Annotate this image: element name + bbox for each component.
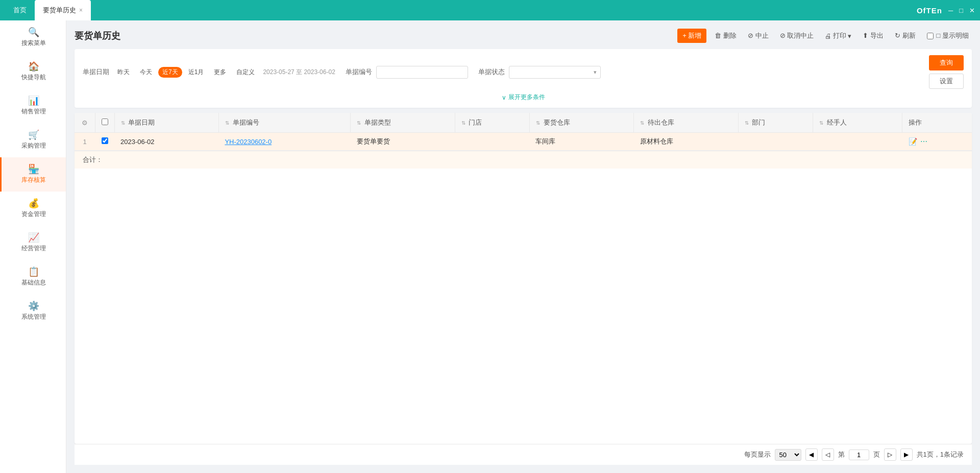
sidebar-item-system[interactable]: ⚙️ 系统管理	[0, 294, 66, 328]
th-doc-type[interactable]: 单据类型	[351, 113, 455, 133]
print-dropdown-icon: ▾	[848, 32, 851, 40]
cell-handler	[813, 133, 902, 151]
page-number-input[interactable]	[849, 450, 869, 460]
sidebar-label-purchase: 采购管理	[21, 141, 46, 150]
refresh-button[interactable]: ↻ 刷新	[892, 29, 919, 42]
date-range-text: 2023-05-27 至 2023-06-02	[263, 68, 335, 77]
cell-req-warehouse: 车间库	[529, 133, 633, 151]
new-button[interactable]: + 新增	[677, 29, 706, 43]
operations-icon: 📈	[28, 233, 39, 242]
search-menu-icon: 🔍	[28, 28, 39, 37]
tab-requisition-history[interactable]: 要货单历史 ×	[35, 0, 91, 20]
page-size-select[interactable]: 50 10 20 100	[775, 449, 801, 461]
table-header-row: ⚙ 单据日期 单据编号 单据类型	[75, 113, 972, 133]
finance-icon: 💰	[28, 199, 39, 208]
th-pending-warehouse[interactable]: 待出仓库	[634, 113, 738, 133]
sidebar-item-finance[interactable]: 💰 资金管理	[0, 192, 66, 226]
row-num: 1	[75, 133, 95, 151]
filter-area: 单据日期 昨天 今天 近7天 近1月 更多 自定义 2023-05-27 至 2…	[75, 49, 972, 108]
date-pills: 昨天 今天 近7天 近1月 更多 自定义	[113, 67, 259, 78]
sidebar-item-operations[interactable]: 📈 经营管理	[0, 226, 66, 260]
sidebar-item-purchase[interactable]: 🛒 采购管理	[0, 123, 66, 157]
edit-op-btn[interactable]: 📝	[909, 137, 917, 146]
settings-button[interactable]: 设置	[929, 74, 964, 89]
doc-status-select-wrapper	[509, 66, 601, 79]
page-prefix: 第	[838, 450, 845, 459]
th-doc-number[interactable]: 单据编号	[218, 113, 350, 133]
tab-close-icon[interactable]: ×	[79, 7, 83, 14]
stop-button[interactable]: ⊘ 中止	[745, 29, 772, 42]
cancel-stop-button[interactable]: ⊘ 取消中止	[777, 29, 817, 42]
next-page-button[interactable]: ▷	[884, 448, 896, 461]
content-area: 要货单历史 + 新增 🗑 删除 ⊘ 中止 ⊘ 取消中止 🖨 打印 ▾ ⬆ 导出 …	[66, 20, 980, 473]
date-pill-custom[interactable]: 自定义	[232, 67, 259, 78]
doc-status-filter-group: 单据状态	[478, 66, 601, 79]
system-icon: ⚙️	[28, 301, 39, 311]
th-store[interactable]: 门店	[455, 113, 529, 133]
cell-doc-number[interactable]: YH-20230602-0	[218, 133, 350, 151]
th-handler[interactable]: 经手人	[813, 113, 902, 133]
th-department[interactable]: 部门	[738, 113, 813, 133]
expand-more-btn[interactable]: ∨ 展开更多条件	[83, 93, 964, 102]
sidebar-label-operations: 经营管理	[21, 244, 46, 253]
print-button[interactable]: 🖨 打印 ▾	[822, 29, 854, 42]
sidebar-label-sales: 销售管理	[21, 107, 46, 116]
show-detail-checkbox[interactable]	[927, 33, 934, 39]
date-filter-group: 单据日期 昨天 今天 近7天 近1月 更多 自定义 2023-05-27 至 2…	[83, 67, 335, 78]
cell-doc-type: 要货单要货	[351, 133, 455, 151]
date-pill-1month[interactable]: 近1月	[184, 67, 208, 78]
sidebar-item-quick-nav[interactable]: 🏠 快捷导航	[0, 55, 66, 89]
sidebar-label-search-menu: 搜索菜单	[21, 39, 46, 48]
prev-page-button[interactable]: ◁	[822, 448, 834, 461]
query-button[interactable]: 查询	[929, 55, 964, 70]
date-pill-yesterday[interactable]: 昨天	[113, 67, 134, 78]
pagination-bar: 每页显示 50 10 20 100 ◀ ◁ 第 页 ▷ ▶ 共1页，1条记录	[75, 444, 972, 465]
th-settings[interactable]: ⚙	[75, 113, 95, 133]
first-page-button[interactable]: ◀	[805, 448, 818, 461]
inventory-icon: 🏪	[28, 164, 39, 174]
cell-department	[738, 133, 813, 151]
sidebar-label-finance: 资金管理	[21, 210, 46, 219]
th-req-warehouse[interactable]: 要货仓库	[529, 113, 633, 133]
th-operation: 操作	[902, 113, 972, 133]
date-pill-today[interactable]: 今天	[136, 67, 156, 78]
th-checkbox	[95, 113, 114, 133]
show-detail-button[interactable]: □ 显示明细	[924, 29, 972, 42]
th-doc-date[interactable]: 单据日期	[114, 113, 218, 133]
filter-row: 单据日期 昨天 今天 近7天 近1月 更多 自定义 2023-05-27 至 2…	[83, 55, 964, 89]
sidebar-item-sales[interactable]: 📊 销售管理	[0, 89, 66, 123]
maximize-btn[interactable]: □	[959, 7, 963, 14]
top-bar: 首页 要货单历史 × OfTEn ─ □ ✕	[0, 0, 980, 20]
doc-number-label: 单据编号	[346, 67, 372, 77]
table-body: 1 2023-06-02 YH-20230602-0 要货单要货 车间库 原材料…	[75, 133, 972, 151]
quick-nav-icon: 🏠	[28, 62, 39, 71]
doc-number-filter-group: 单据编号	[346, 66, 468, 79]
cell-operation: 📝 ⋯	[902, 133, 972, 151]
date-pill-7days[interactable]: 近7天	[158, 67, 182, 78]
close-btn[interactable]: ✕	[969, 7, 975, 14]
doc-number-input[interactable]	[376, 66, 468, 79]
doc-number-link[interactable]: YH-20230602-0	[225, 138, 272, 146]
table-footer: 合计：	[75, 151, 972, 169]
more-op-btn[interactable]: ⋯	[920, 137, 927, 146]
sidebar: 🔍 搜索菜单 🏠 快捷导航 📊 销售管理 🛒 采购管理 🏪 库存核算 💰 资金管…	[0, 20, 66, 473]
filter-actions: 查询 设置	[929, 55, 964, 89]
doc-status-select[interactable]	[509, 66, 601, 79]
select-all-checkbox[interactable]	[102, 119, 108, 125]
total-info: 共1页，1条记录	[917, 450, 964, 459]
expand-icon: ∨	[502, 94, 506, 101]
minimize-btn[interactable]: ─	[948, 7, 953, 14]
tab-home[interactable]: 首页	[5, 0, 35, 20]
export-button[interactable]: ⬆ 导出	[860, 29, 887, 42]
last-page-button[interactable]: ▶	[900, 448, 913, 461]
delete-button[interactable]: 🗑 删除	[712, 29, 740, 42]
sidebar-item-basic-info[interactable]: 📋 基础信息	[0, 260, 66, 294]
cell-pending-warehouse: 原材料仓库	[634, 133, 738, 151]
date-pill-more[interactable]: 更多	[210, 67, 230, 78]
sidebar-item-search-menu[interactable]: 🔍 搜索菜单	[0, 20, 66, 55]
sales-icon: 📊	[28, 96, 39, 105]
row-checkbox[interactable]	[102, 137, 108, 144]
sidebar-item-inventory[interactable]: 🏪 库存核算	[0, 157, 66, 192]
sidebar-label-quick-nav: 快捷导航	[21, 73, 46, 82]
sidebar-label-system: 系统管理	[21, 313, 46, 321]
